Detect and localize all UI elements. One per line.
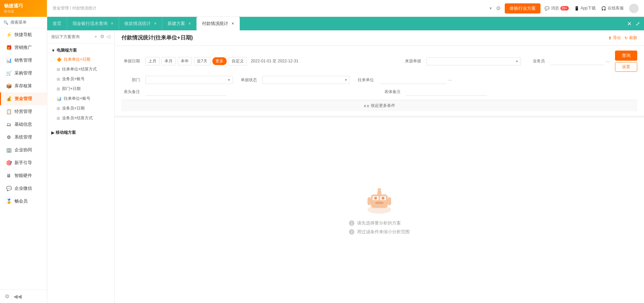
dept-select[interactable]: ▾: [145, 76, 233, 84]
date-label: 单据日期: [121, 58, 140, 64]
tab-payment-close[interactable]: ×: [232, 21, 234, 26]
refresh-button[interactable]: ↻ 刷新: [624, 35, 637, 41]
sidebar-item-icon-wechat: 💬: [6, 185, 12, 191]
scheme-mobile-section: ▶ 移动端方案: [47, 126, 114, 140]
sidebar-item-wechat[interactable]: 💬 企业微信: [0, 182, 47, 195]
scheme-desktop-title[interactable]: ▼ 电脑端方案: [47, 46, 114, 55]
topbar-settings-icon[interactable]: ⚙: [496, 5, 501, 11]
svg-rect-9: [368, 197, 371, 205]
empty-tip-1: 1 请先选择要分析的方案: [349, 219, 410, 228]
settings-button[interactable]: 设置: [615, 62, 637, 72]
export-button[interactable]: ⬆ 导出: [608, 35, 621, 41]
close-all-icon[interactable]: ✕: [627, 21, 632, 27]
sidebar-item-guide[interactable]: 🎯 新手引导: [0, 156, 47, 169]
scheme-add-icon[interactable]: ＋: [93, 34, 98, 40]
maximize-icon[interactable]: ⤢: [636, 21, 640, 27]
filter-row-1: 单据日期 上月 本月 本年 近7天 更多 自定义 2022-01-01 至 20…: [121, 51, 637, 72]
date-btn-more[interactable]: 更多: [212, 57, 227, 65]
sidebar-item-hardware[interactable]: 🖥 智能硬件: [0, 169, 47, 182]
sidebar-item-operations[interactable]: 📋 经营管理: [0, 105, 47, 118]
user-avatar[interactable]: [629, 4, 639, 13]
sidebar-item-label-fund: 资金管理: [14, 96, 32, 102]
sidebar: 畅捷通巧 标准版 🔍 搜索菜单 ⚡ 快捷导航 🎁 营销推广 📊 销售管理 🛒 采…: [0, 0, 47, 303]
footer-collapse-icon[interactable]: ◀◀: [13, 293, 22, 300]
staff-dots[interactable]: ···: [606, 59, 610, 64]
scheme-item-staff-settle[interactable]: ⊞ 业务员+结算方式: [47, 113, 114, 123]
scheme-item-icon-dept-date: ⊞: [57, 87, 60, 91]
date-range-display: 2022-01-01 至 2022-12-31: [251, 58, 298, 64]
tab-new-scheme[interactable]: 新建方案 ×: [162, 17, 197, 30]
message-badge: 99+: [560, 6, 569, 10]
collapse-button[interactable]: ∧∧ 收起更多条件: [121, 100, 637, 111]
date-input-group: 上月 本月 本年 近7天 更多 自定义 2022-01-01 至 2022-12…: [145, 57, 397, 65]
sidebar-item-system[interactable]: ⚙ 系统管理: [0, 131, 47, 144]
voucher-status-select[interactable]: ▾: [262, 76, 350, 84]
sidebar-item-enterprise[interactable]: 🏢 企业协同: [0, 144, 47, 156]
scheme-desktop-label: 电脑端方案: [57, 48, 77, 53]
sidebar-item-member[interactable]: 🏅 畅会员: [0, 195, 47, 208]
date-btn-this-month[interactable]: 本月: [162, 57, 176, 65]
breadcrumb: 资金管理 / 付款情况统计: [53, 5, 486, 11]
sidebar-item-icon-guide: 🎯: [6, 160, 12, 166]
scheme-item-partner-account[interactable]: 📊 往来单位+账号: [47, 94, 114, 103]
date-btn-this-year[interactable]: 本年: [178, 57, 192, 65]
partner-input[interactable]: [379, 76, 447, 84]
date-btn-custom[interactable]: 自定义: [229, 57, 247, 65]
sidebar-search-area[interactable]: 🔍 搜索菜单: [0, 17, 47, 28]
query-button[interactable]: 查询: [615, 51, 637, 61]
tab-home-label: 首页: [53, 21, 61, 27]
table-header-note-group: [145, 88, 377, 96]
table-header-note-input[interactable]: [145, 88, 226, 96]
sidebar-item-icon-member: 🏅: [6, 198, 12, 204]
sidebar-item-marketing[interactable]: 🎁 营销推广: [0, 41, 47, 54]
app-download-group[interactable]: 📱 App下载: [574, 5, 596, 11]
scheme-item-partner-settle[interactable]: ⊞ 往来单位+结算方式: [47, 64, 114, 74]
scheme-item-icon-partner-settle: ⊞: [57, 67, 60, 72]
svg-point-4: [374, 197, 377, 200]
table-header-note-label: 表头备注: [121, 89, 140, 95]
table-body-note-input[interactable]: [406, 88, 487, 96]
message-icon: 💬: [545, 6, 550, 11]
tab-receipt-close[interactable]: ×: [154, 21, 156, 26]
sidebar-item-icon-hardware: 🖥: [6, 173, 12, 179]
scheme-item-staff-date[interactable]: ⊞ 业务员+日期: [47, 103, 114, 113]
sidebar-item-basics[interactable]: 🗂 基础信息: [0, 118, 47, 131]
tab-home[interactable]: 首页: [47, 17, 67, 30]
date-btn-last7[interactable]: 近7天: [194, 57, 210, 65]
scheme-item-label-dept-date: 部门+日期: [62, 86, 81, 92]
sidebar-item-icon-enterprise: 🏢: [6, 147, 12, 153]
sidebar-item-sales[interactable]: 📊 销售管理: [0, 54, 47, 67]
staff-input[interactable]: [550, 57, 604, 65]
scheme-settings-icon[interactable]: ⚙: [100, 34, 105, 40]
tab-payment[interactable]: 付款情况统计 ×: [197, 17, 240, 30]
tab-bar: 首页 现金银行流水查询 × 收款情况统计 × 新建方案 × 付款情况统计 × ✕…: [47, 17, 644, 30]
footer-settings-icon[interactable]: ⚙: [5, 293, 9, 300]
topbar-dropdown-icon[interactable]: ▾: [490, 6, 492, 11]
empty-tip-2: 2 用过滤条件来缩小分析范围: [349, 228, 410, 236]
tab-cashflow[interactable]: 现金银行流水查询 ×: [67, 17, 119, 30]
sidebar-item-icon-purchase: 🛒: [6, 70, 12, 76]
scheme-collapse-icon[interactable]: ◁: [107, 34, 110, 40]
voucher-status-dropdown-icon: ▾: [345, 78, 347, 82]
online-service-group[interactable]: 🎧 在线客服: [601, 5, 624, 11]
sidebar-item-inventory[interactable]: 📦 库存核算: [0, 80, 47, 92]
source-select[interactable]: ▾: [427, 57, 521, 65]
date-btn-last-month[interactable]: 上月: [145, 57, 159, 65]
message-icon-group[interactable]: 💬 消息 99+: [545, 5, 569, 11]
sidebar-item-label-quick-nav: 快捷导航: [14, 32, 32, 38]
scheme-item-partner-date[interactable]: 🔶 往来单位+日期: [47, 55, 114, 64]
sidebar-item-purchase[interactable]: 🛒 采购管理: [0, 67, 47, 80]
tab-receipt[interactable]: 收款情况统计 ×: [119, 17, 162, 30]
filter-row-2: 部门 ▾ 单据状态 ▾ 往来单位 ···: [121, 76, 637, 84]
trial-button[interactable]: 体验行业方案: [505, 3, 540, 13]
scheme-item-dept-date[interactable]: ⊞ 部门+日期: [47, 84, 114, 94]
scheme-mobile-title[interactable]: ▶ 移动端方案: [47, 128, 114, 137]
export-label: 导出: [613, 35, 621, 41]
scheme-item-staff-account[interactable]: ⊞ 业务员+账号: [47, 74, 114, 84]
search-trigger[interactable]: 🔍 搜索菜单: [3, 20, 43, 25]
tab-new-scheme-close[interactable]: ×: [188, 21, 191, 26]
partner-dots[interactable]: ···: [448, 77, 452, 83]
sidebar-item-fund[interactable]: 💰 资金管理: [0, 92, 47, 105]
sidebar-item-quick-nav[interactable]: ⚡ 快捷导航: [0, 28, 47, 41]
tab-cashflow-close[interactable]: ×: [111, 21, 113, 26]
